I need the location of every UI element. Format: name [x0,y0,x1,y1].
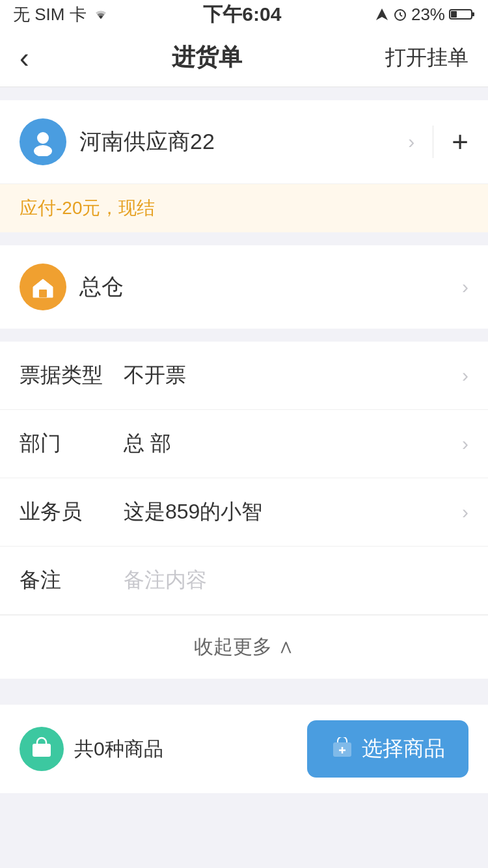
back-button[interactable]: ‹ [20,44,29,72]
department-value: 总 部 [124,429,462,458]
form-section: 票据类型 不开票 › 部门 总 部 › 业务员 这是859的小智 › 备注 备注… [0,342,488,679]
select-product-icon [331,737,354,761]
warehouse-chevron-icon: › [462,276,468,298]
svg-rect-6 [451,11,457,18]
section-divider-4 [0,679,488,692]
add-supplier-button[interactable]: + [452,128,468,156]
status-left: 无 SIM 卡 [13,3,110,26]
svg-rect-9 [39,290,47,297]
alarm-icon [393,7,407,21]
select-product-label: 选择商品 [362,735,445,763]
product-count-left: 共0种商品 [20,727,163,771]
supplier-section: 河南供应商22 › + 应付-20元，现结 [0,100,488,232]
salesperson-chevron-icon: › [462,501,468,523]
battery-icon [449,8,475,21]
product-count-text: 共0种商品 [74,736,163,763]
wifi-icon [92,7,110,21]
salesperson-row[interactable]: 业务员 这是859的小智 › [0,478,488,547]
page-background [0,793,488,868]
salesperson-label: 业务员 [20,498,111,526]
warehouse-name: 总仓 [79,272,462,302]
battery-text: 23% [411,5,445,25]
collapse-row[interactable]: 收起更多 ∧ [0,615,488,679]
signal-text: 无 SIM 卡 [13,3,87,26]
nav-bar: ‹ 进货单 打开挂单 [0,29,488,87]
department-row[interactable]: 部门 总 部 › [0,410,488,478]
select-product-button[interactable]: 选择商品 [307,720,468,778]
supplier-name: 河南供应商22 [79,127,408,157]
supplier-avatar-icon [29,128,57,156]
svg-line-3 [400,15,402,16]
remark-row[interactable]: 备注 备注内容 [0,547,488,615]
supplier-avatar [20,118,66,165]
svg-point-11 [37,757,40,759]
section-divider-3 [0,329,488,342]
svg-point-12 [45,757,47,759]
bottom-bar: 共0种商品 选择商品 [0,705,488,793]
remark-input[interactable]: 备注内容 [124,566,468,595]
notice-bar: 应付-20元，现结 [0,184,488,232]
location-icon [375,7,389,21]
cart-small-icon [29,736,55,762]
svg-point-8 [34,145,52,156]
warehouse-icon [20,264,66,310]
collapse-text: 收起更多 ∧ [194,634,293,660]
svg-rect-10 [33,744,51,757]
warehouse-svg-icon [30,274,56,300]
salesperson-value: 这是859的小智 [124,498,462,526]
product-count-icon [20,727,64,771]
remark-label: 备注 [20,566,111,595]
svg-point-7 [37,132,49,144]
supplier-chevron-icon: › [408,131,414,153]
department-label: 部门 [20,429,111,458]
page-title: 进货单 [172,42,242,74]
warehouse-row[interactable]: 总仓 › [0,245,488,329]
warehouse-section: 总仓 › [0,245,488,329]
status-right: 23% [375,5,475,25]
invoice-type-row[interactable]: 票据类型 不开票 › [0,342,488,410]
status-time: 下午6:04 [203,1,281,28]
notice-text: 应付-20元，现结 [20,198,155,218]
department-chevron-icon: › [462,433,468,455]
supplier-divider [433,126,433,158]
open-pending-button[interactable]: 打开挂单 [385,44,468,72]
supplier-row[interactable]: 河南供应商22 › + [0,100,488,184]
invoice-type-value: 不开票 [124,361,462,390]
section-divider-1 [0,87,488,100]
invoice-type-label: 票据类型 [20,361,111,390]
invoice-type-chevron-icon: › [462,364,468,387]
svg-marker-0 [376,8,388,20]
svg-rect-5 [472,12,474,16]
section-divider-2 [0,232,488,245]
status-bar: 无 SIM 卡 下午6:04 23% [0,0,488,29]
